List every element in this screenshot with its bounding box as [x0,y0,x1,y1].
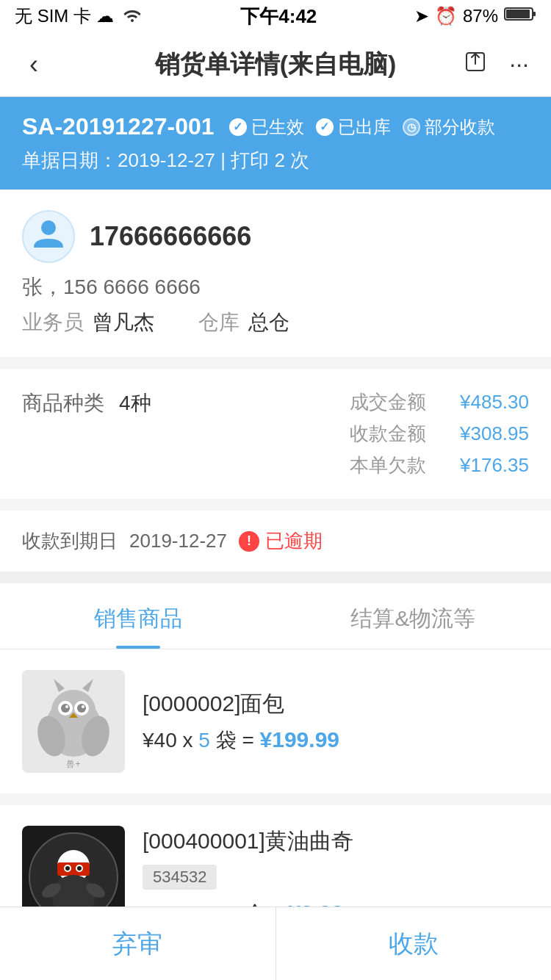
transaction-amount-row: 成交金额 ¥485.30 [350,389,529,415]
received-amount-row: 收款金额 ¥308.95 [350,421,529,447]
badge-shipped: ✓ 已出库 [316,115,391,139]
due-date: 2019-12-27 [129,530,227,552]
clock-icon: ◷ [403,118,420,136]
overdue-icon: ! [239,531,259,552]
product-category-stats: 商品种类 4种 [22,389,151,417]
check-icon-2: ✓ [316,118,334,136]
overdue-badge: ! 已逾期 [239,528,323,554]
share-icon[interactable] [464,50,487,79]
customer-section: 17666666666 张，156 6666 6666 业务员 曾凡杰 仓库 总… [0,190,551,357]
unit-1: 袋 [216,729,237,752]
unit-price-1: ¥40 [143,729,177,752]
total-1: ¥199.99 [260,727,339,752]
due-label: 收款到期日 [22,528,118,554]
svg-point-13 [77,704,86,713]
avatar-icon [30,215,67,259]
product-price-1: ¥40 x 5 袋 = ¥199.99 [143,727,529,754]
more-icon[interactable]: ··· [509,51,529,78]
nav-actions: ··· [464,50,529,79]
owed-value: ¥176.35 [441,454,529,477]
status-bar: 无 SIM 卡 ☁ 下午4:42 ➤ ⏰ 87% [0,0,551,32]
collect-payment-button[interactable]: 收款 [276,907,552,980]
product-sku-2: 534532 [143,865,217,890]
category-label: 商品种类 [22,389,104,417]
customer-phone-display[interactable]: 17666666666 [90,221,251,252]
order-meta: 单据日期：2019-12-27 | 打印 2 次 [22,148,529,173]
tabs-section: 销售商品 结算&物流等 [0,583,551,649]
status-right: ➤ ⏰ 87% [414,6,536,26]
svg-point-27 [77,866,82,871]
warehouse-item: 仓库 总仓 [198,309,289,336]
salesperson-item: 业务员 曾凡杰 [22,309,154,336]
product-name-1: [0000002]面包 [143,689,529,719]
salesperson-value: 曾凡杰 [93,309,154,336]
tab-settlement[interactable]: 结算&物流等 [276,583,551,649]
avatar [22,210,75,263]
product-image-1: 兽+ [22,670,125,773]
order-badges: ✓ 已生效 ✓ 已出库 ◷ 部分收款 [229,115,495,139]
tab-sales-products[interactable]: 销售商品 [0,583,276,649]
badge-effective: ✓ 已生效 [229,115,304,139]
product-name-2: [000400001]黄油曲奇 [143,826,529,857]
svg-text:兽+: 兽+ [66,759,80,769]
svg-rect-23 [57,862,90,876]
equals-1: = [242,729,259,752]
warehouse-label: 仓库 [198,309,240,336]
svg-rect-2 [506,10,530,18]
svg-point-12 [61,704,70,713]
transaction-value: ¥485.30 [441,391,529,414]
battery-level: 87% [463,6,498,26]
back-button[interactable]: ‹ [22,42,46,87]
badge-partial: ◷ 部分收款 [403,115,495,139]
owed-label: 本单欠款 [350,453,426,478]
customer-details: 业务员 曾凡杰 仓库 总仓 [22,309,529,336]
multiply-symbol-1: x [183,729,199,752]
svg-point-26 [65,866,70,871]
wifi-icon [121,6,143,26]
location-icon: ➤ [414,6,429,26]
svg-rect-1 [533,12,536,16]
quantity-1: 5 [198,729,210,752]
product-info-1: [0000002]面包 ¥40 x 5 袋 = ¥199.99 [143,689,529,754]
check-icon-1: ✓ [229,118,247,136]
battery-icon [504,6,536,26]
stats-section: 商品种类 4种 成交金额 ¥485.30 收款金额 ¥308.95 本单欠款 ¥… [0,369,551,499]
received-label: 收款金额 [350,421,426,447]
transaction-label: 成交金额 [350,389,426,415]
svg-point-4 [41,220,56,235]
order-id: SA-20191227-001 [22,113,215,140]
owed-amount-row: 本单欠款 ¥176.35 [350,453,529,478]
received-value: ¥308.95 [441,422,529,445]
order-header: SA-20191227-001 ✓ 已生效 ✓ 已出库 ◷ 部分收款 单据日期：… [0,97,551,190]
customer-name-phone: 张，156 6666 6666 [22,273,529,301]
list-item: 兽+ [0000002]面包 ¥40 x 5 袋 = ¥199.99 [0,649,551,793]
status-time: 下午4:42 [240,4,317,29]
bottom-bar: 弃审 收款 [0,907,551,980]
due-date-section: 收款到期日 2019-12-27 ! 已逾期 [0,511,551,572]
svg-point-15 [82,705,84,708]
cancel-review-button[interactable]: 弃审 [0,907,276,980]
nav-bar: ‹ 销货单详情(来自电脑) ··· [0,32,551,97]
warehouse-value: 总仓 [248,309,289,336]
alarm-icon: ⏰ [435,6,457,26]
salesperson-label: 业务员 [22,309,84,336]
financial-stats: 成交金额 ¥485.30 收款金额 ¥308.95 本单欠款 ¥176.35 [350,389,529,478]
page-title: 销货单详情(来自电脑) [155,48,397,82]
overdue-text: 已逾期 [265,528,323,554]
product-list: 兽+ [0000002]面包 ¥40 x 5 袋 = ¥199.99 [0,649,551,949]
status-left: 无 SIM 卡 ☁ [15,4,143,28]
section-divider [0,572,551,583]
category-count: 4种 [119,389,151,417]
sim-status: 无 SIM 卡 ☁ [15,4,114,28]
svg-point-14 [65,705,68,708]
